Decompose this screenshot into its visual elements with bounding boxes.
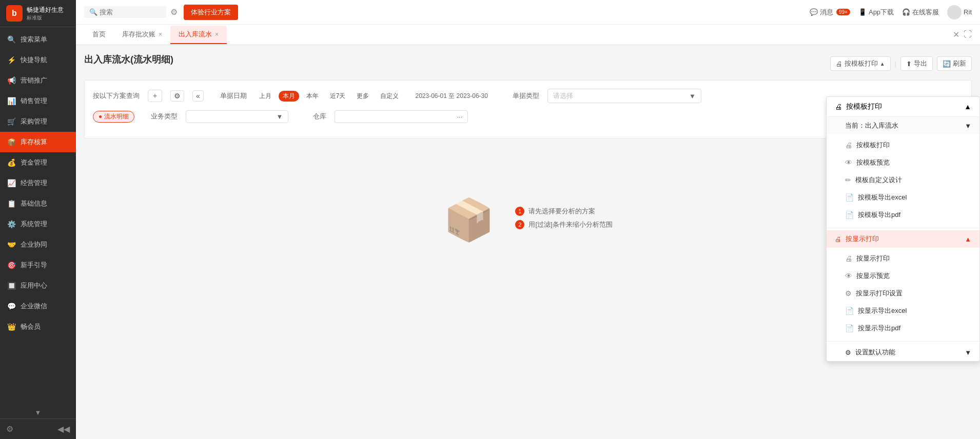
empty-step-1: 1 请先选择要分析的方案 — [515, 207, 612, 216]
date-opt-more[interactable]: 更多 — [352, 91, 373, 102]
sidebar: b 畅捷通好生意 标准版 🔍 搜索菜单 ⚡ 快捷导航 📢 营销推广 📊 销售管理… — [0, 0, 76, 439]
sidebar-item-sales[interactable]: 📊 销售管理 — [0, 91, 76, 111]
collab-icon: 🤝 — [6, 240, 16, 250]
collapse-filter-button[interactable]: « — [192, 90, 204, 102]
biz-type-select[interactable]: ▼ — [186, 110, 288, 123]
chevron-down-icon: ▼ — [689, 92, 696, 100]
chevron-up-icon: ▲ — [880, 61, 885, 67]
inventory-icon: 📦 — [6, 137, 16, 147]
online-service-button[interactable]: 🎧 在线客服 — [902, 8, 939, 17]
dropdown-display-print[interactable]: 🖨 按显示打印 — [827, 250, 979, 267]
warehouse-select[interactable]: ··· — [335, 110, 468, 123]
system-icon: ⚙️ — [6, 219, 16, 229]
message-icon: 💬 — [810, 8, 818, 16]
display-group-icon: 🖨 — [835, 235, 841, 243]
sidebar-item-marketing[interactable]: 📢 营销推广 — [0, 70, 76, 91]
sidebar-bottom: ⚙ ◀◀ — [0, 418, 76, 439]
dropdown-template-pdf[interactable]: 📄 按模板导出pdf — [827, 206, 979, 224]
settings-bottom-icon[interactable]: ⚙ — [6, 424, 13, 434]
add-filter-button[interactable]: ＋ — [148, 90, 162, 102]
sidebar-item-search[interactable]: 🔍 搜索菜单 — [0, 29, 76, 50]
sidebar-scroll-down[interactable]: ▼ — [0, 407, 76, 418]
sidebar-item-wechat[interactable]: 💬 企业微信 — [0, 296, 76, 316]
date-opt-thismonth[interactable]: 本月 — [279, 91, 299, 102]
refresh-icon: 🔄 — [943, 60, 951, 68]
maximize-window-icon[interactable]: ⛶ — [964, 30, 972, 39]
doc-type-select[interactable]: 请选择 ▼ — [547, 89, 701, 103]
tab-home[interactable]: 首页 — [84, 26, 114, 44]
sidebar-item-operations[interactable]: 📈 经营管理 — [0, 173, 76, 193]
guide-icon: 🎯 — [6, 260, 16, 270]
tab-batch[interactable]: 库存批次账 × — [114, 26, 170, 44]
sidebar-item-inventory[interactable]: 📦 库存核算 — [0, 132, 76, 152]
search-icon-topbar: 🔍 — [89, 8, 97, 16]
pdf-icon-2: 📄 — [845, 324, 854, 332]
settings-filter-button[interactable]: ⚙ — [170, 90, 184, 102]
headset-icon: 🎧 — [902, 8, 910, 16]
sidebar-item-finance[interactable]: 💰 资金管理 — [0, 152, 76, 173]
message-button[interactable]: 💬 消息 99+ — [810, 8, 850, 17]
dropdown-display-excel[interactable]: 📄 按显示导出excel — [827, 302, 979, 320]
warehouse-label: 仓库 — [313, 112, 326, 121]
print-icon-1: 🖨 — [845, 141, 852, 149]
date-opt-7days[interactable]: 近7天 — [326, 91, 350, 102]
finance-icon: 💰 — [6, 157, 16, 168]
quicknav-icon: ⚡ — [6, 55, 16, 65]
step-2-number: 2 — [515, 220, 524, 229]
dropdown-divider — [827, 228, 979, 228]
sidebar-item-quicknav[interactable]: ⚡ 快捷导航 — [0, 50, 76, 70]
chevron-up-dropdown-icon[interactable]: ▲ — [964, 103, 971, 111]
sidebar-logo: b 畅捷通好生意 标准版 — [0, 0, 76, 27]
printer-dropdown-icon: 🖨 — [835, 103, 842, 111]
gear-icon[interactable]: ⚙ — [170, 7, 178, 17]
date-opt-custom[interactable]: 自定义 — [376, 91, 403, 102]
main-area: 🔍 ⚙ 体验行业方案 💬 消息 99+ 📱 App下载 🎧 在线客服 Rit — [76, 0, 980, 439]
chevron-down-current-icon: ▼ — [965, 122, 971, 130]
sidebar-item-purchase[interactable]: 🛒 采购管理 — [0, 111, 76, 132]
app-logo-icon: b — [6, 5, 23, 22]
default-icon: ⚙ — [845, 349, 851, 356]
filter-tag-icon: ● — [99, 113, 102, 120]
dropdown-display-group-header[interactable]: 🖨 按显示打印 ▲ — [827, 230, 979, 248]
filter-tag-detail[interactable]: ● 流水明细 — [93, 111, 134, 123]
trial-button[interactable]: 体验行业方案 — [184, 5, 238, 20]
sidebar-item-basic[interactable]: 📋 基础信息 — [0, 193, 76, 214]
dropdown-display-preview[interactable]: 👁 按显示预览 — [827, 267, 979, 285]
doc-type-label: 单据类型 — [513, 91, 539, 101]
custom-icon: ✏ — [845, 176, 851, 184]
date-opt-lastmonth[interactable]: 上月 — [255, 91, 276, 102]
empty-step-2: 2 用[过滤]条件来缩小分析范围 — [515, 220, 612, 229]
dropdown-display-pdf[interactable]: 📄 按显示导出pdf — [827, 320, 979, 337]
sidebar-item-guide[interactable]: 🎯 新手引导 — [0, 255, 76, 275]
export-button[interactable]: ⬆ 导出 — [900, 56, 933, 71]
dropdown-template-preview[interactable]: 👁 按模板预览 — [827, 154, 979, 171]
close-window-icon[interactable]: ✕ — [953, 30, 959, 39]
search-bar[interactable]: 🔍 — [84, 6, 166, 18]
dropdown-display-settings[interactable]: ⚙ 按显示打印设置 — [827, 285, 979, 302]
app-download-button[interactable]: 📱 App下载 — [858, 8, 894, 17]
search-input[interactable] — [100, 8, 161, 16]
tab-flow-close[interactable]: × — [215, 31, 219, 38]
dropdown-template-custom[interactable]: ✏ 模板自定义设计 — [827, 171, 979, 189]
date-opt-thisyear[interactable]: 本年 — [302, 91, 323, 102]
dropdown-template-print[interactable]: 🖨 按模板打印 — [827, 136, 979, 154]
tab-batch-close[interactable]: × — [159, 31, 162, 38]
dropdown-header: 🖨 按模板打印 ▲ — [827, 97, 979, 117]
sidebar-item-collab[interactable]: 🤝 企业协同 — [0, 234, 76, 255]
dropdown-set-default[interactable]: ⚙ 设置默认功能 ▼ — [827, 344, 979, 361]
print-template-button[interactable]: 🖨 按模板打印 ▲ — [830, 56, 891, 71]
wechat-icon: 💬 — [6, 301, 16, 311]
sidebar-item-apps[interactable]: 🔲 应用中心 — [0, 275, 76, 296]
sidebar-item-member[interactable]: 👑 畅会员 — [0, 316, 76, 337]
sidebar-item-system[interactable]: ⚙️ 系统管理 — [0, 214, 76, 234]
tab-flow[interactable]: 出入库流水 × — [170, 26, 227, 44]
date-options: 上月 本月 本年 近7天 更多 自定义 — [255, 91, 403, 102]
chevron-up-group-icon: ▲ — [965, 235, 971, 243]
printer-icon: 🖨 — [836, 60, 842, 68]
user-avatar-area[interactable]: Rit — [947, 5, 972, 19]
step-1-number: 1 — [515, 207, 524, 216]
dropdown-template-excel[interactable]: 📄 按模板导出excel — [827, 189, 979, 206]
collapse-sidebar-icon[interactable]: ◀◀ — [57, 424, 70, 434]
refresh-button[interactable]: 🔄 刷新 — [937, 56, 972, 71]
export-icon: ⬆ — [906, 60, 912, 68]
